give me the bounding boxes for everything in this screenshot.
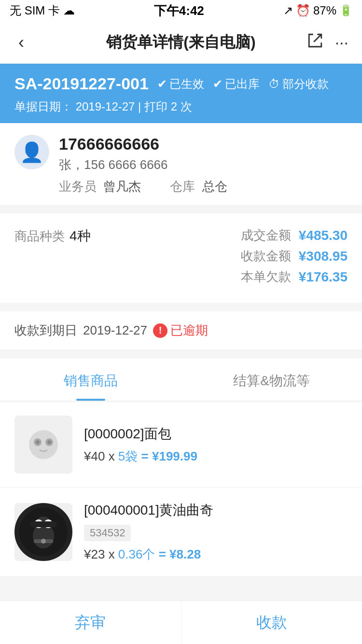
customer-meta: 业务员 曾凡杰 仓库 总仓 <box>59 178 348 195</box>
owed-value: ¥176.35 <box>299 269 348 285</box>
tab-settlement[interactable]: 结算&物流等 <box>181 358 362 401</box>
amount-value: ¥485.30 <box>299 228 348 243</box>
order-header: SA-20191227-001 ✔ 已生效 ✔ 已出库 ⏱ 部分收款 单据日期：… <box>0 64 362 123</box>
sales-value: 曾凡杰 <box>103 179 141 194</box>
products-section: [0000002]面包 ¥40 x 5袋 = ¥199.99 <box>0 402 362 577</box>
owed-label: 本单欠款 <box>241 268 291 285</box>
total-1: = ¥199.99 <box>141 449 197 463</box>
summary-right: 成交金额 ¥485.30 收款金额 ¥308.95 本单欠款 ¥176.35 <box>241 227 348 289</box>
owed-row: 本单欠款 ¥176.35 <box>241 268 348 285</box>
tab-sales-products[interactable]: 销售商品 <box>0 358 181 401</box>
avatar: 👤 <box>14 135 49 169</box>
back-button[interactable]: ‹ <box>14 28 29 57</box>
quantity-2: 0.36个 <box>118 547 155 561</box>
customer-phone: 张，156 6666 6666 <box>59 156 348 173</box>
due-section: 收款到期日 2019-12-27 ! 已逾期 <box>0 311 362 350</box>
badge-effective: ✔ 已生效 <box>157 76 204 92</box>
badge-partial: ⏱ 部分收款 <box>268 76 329 92</box>
due-date: 2019-12-27 <box>83 323 147 338</box>
print-info: | 打印 2 次 <box>138 100 192 113</box>
sim-status: 无 SIM 卡 ☁ <box>10 3 75 18</box>
battery-icon: 🔋 <box>339 4 352 17</box>
product-name-1: [0000002]面包 <box>84 425 348 443</box>
product-thumb-2 <box>14 503 72 561</box>
customer-section: 👤 17666666666 张，156 6666 6666 业务员 曾凡杰 仓库… <box>0 123 362 205</box>
svg-rect-14 <box>30 521 57 527</box>
product-tag-2: 534532 <box>84 525 131 541</box>
svg-point-16 <box>41 539 46 544</box>
tabs-section: 销售商品 结算&物流等 <box>0 358 362 401</box>
overdue-text: 已逾期 <box>170 322 208 339</box>
product-types: 商品种类 4种 <box>14 227 91 245</box>
summary-left: 商品种类 4种 <box>14 227 91 245</box>
due-label: 收款到期日 <box>14 322 77 339</box>
svg-point-0 <box>29 430 58 459</box>
amount-label: 成交金额 <box>241 227 291 244</box>
quantity-1: 5袋 <box>118 449 138 463</box>
nav-actions: ··· <box>307 32 348 53</box>
order-date-row: 单据日期： 2019-12-27 | 打印 2 次 <box>14 99 348 114</box>
summary-section: 商品种类 4种 成交金额 ¥485.30 收款金额 ¥308.95 本单欠款 ¥… <box>0 213 362 303</box>
date-label: 单据日期： <box>14 100 72 113</box>
collect-payment-button[interactable]: 收款 <box>181 601 362 644</box>
nav-bar: ‹ 销货单详情(来自电脑) ··· <box>0 21 362 64</box>
check-icon-1: ✔ <box>157 77 167 91</box>
badge-shipped: ✔ 已出库 <box>213 76 260 92</box>
product-item-2: [000400001]黄油曲奇 534532 ¥23 x 0.36个 = ¥8.… <box>0 488 362 577</box>
customer-name: 17666666666 <box>59 135 348 154</box>
svg-point-3 <box>36 440 40 444</box>
battery-status: 87% <box>313 4 336 17</box>
clock-icon: ⏱ <box>268 77 280 91</box>
svg-point-4 <box>47 440 51 444</box>
warehouse-value: 总仓 <box>202 179 227 194</box>
price-base-1: ¥40 <box>84 449 105 463</box>
location-icon: ↗ <box>283 4 293 17</box>
product-price-2: ¥23 x 0.36个 = ¥8.28 <box>84 546 348 563</box>
status-bar: 无 SIM 卡 ☁ 下午4:42 ↗ ⏰ 87% 🔋 <box>0 0 362 21</box>
price-base-2: ¥23 <box>84 547 105 561</box>
status-right: ↗ ⏰ 87% 🔋 <box>283 4 352 17</box>
person-icon: 👤 <box>20 141 44 164</box>
more-icon[interactable]: ··· <box>335 33 348 52</box>
sales-label: 业务员 曾凡杰 <box>59 178 141 195</box>
bottom-bar: 弃审 收款 <box>0 601 362 644</box>
page-title: 销货单详情(来自电脑) <box>106 32 255 53</box>
types-label: 商品种类 <box>14 228 65 245</box>
product-info-2: [000400001]黄油曲奇 534532 ¥23 x 0.36个 = ¥8.… <box>84 501 348 563</box>
owl-logo <box>14 503 72 561</box>
abandon-review-button[interactable]: 弃审 <box>0 601 181 644</box>
collect-payment-label: 收款 <box>256 612 287 633</box>
types-value: 4种 <box>70 227 91 245</box>
check-icon-2: ✔ <box>213 77 223 91</box>
order-date: 2019-12-27 <box>76 100 135 113</box>
overdue-icon: ! <box>153 323 167 338</box>
amount-row: 成交金额 ¥485.30 <box>241 227 348 244</box>
received-value: ¥308.95 <box>299 249 348 264</box>
product-name-2: [000400001]黄油曲奇 <box>84 501 348 519</box>
warehouse-label: 仓库 总仓 <box>170 178 227 195</box>
alarm-icon: ⏰ <box>296 4 310 17</box>
share-icon[interactable] <box>307 32 323 53</box>
multiply-1: x <box>109 449 118 463</box>
multiply-2: x <box>109 547 118 561</box>
status-time: 下午4:42 <box>154 2 204 19</box>
received-label: 收款金额 <box>241 248 291 265</box>
product-info-1: [0000002]面包 ¥40 x 5袋 = ¥199.99 <box>84 425 348 465</box>
product-item: [0000002]面包 ¥40 x 5袋 = ¥199.99 <box>0 402 362 488</box>
customer-info: 17666666666 张，156 6666 6666 业务员 曾凡杰 仓库 总… <box>59 135 348 195</box>
abandon-review-label: 弃审 <box>75 612 106 633</box>
product-price-1: ¥40 x 5袋 = ¥199.99 <box>84 448 348 465</box>
status-left: 无 SIM 卡 ☁ <box>10 3 75 18</box>
received-row: 收款金额 ¥308.95 <box>241 248 348 265</box>
total-2: = ¥8.28 <box>159 547 201 561</box>
product-thumb-1 <box>14 416 72 474</box>
overdue-badge: ! 已逾期 <box>153 322 208 339</box>
order-id: SA-20191227-001 <box>14 74 149 93</box>
